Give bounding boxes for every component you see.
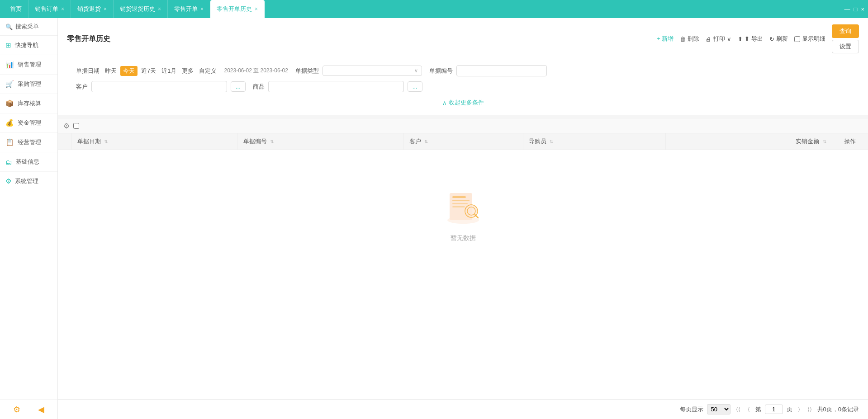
date-opt-1month[interactable]: 近1月 [160, 66, 178, 76]
th-date[interactable]: 单据日期 ⇅ [71, 133, 237, 150]
sidebar-item-system-label: 系统管理 [15, 177, 38, 185]
settings-bottom-icon[interactable]: ⚙ [13, 405, 20, 414]
sidebar-item-system[interactable]: ⚙ 系统管理 [0, 172, 57, 191]
sidebar-search[interactable]: 🔍 搜索采单 [0, 18, 57, 36]
tab-retail-label: 零售开单 [174, 5, 198, 13]
show-detail-checkbox-wrapper[interactable]: 显示明细 [794, 35, 825, 43]
sidebar-item-purchase-label: 采购管理 [18, 80, 41, 88]
page-title-row: 零售开单历史 + 新增 🗑 删除 🖨 打印 ∨ ⬆ [67, 24, 859, 53]
prev-page-btn[interactable]: ⟨ [746, 405, 752, 414]
svg-rect-5 [452, 206, 465, 207]
th-salesperson-sort[interactable]: ⇅ [550, 139, 553, 144]
sidebar-item-operations[interactable]: 📋 经营管理 [0, 133, 57, 152]
pagination-bar: 每页显示 50 20 100 ⟨⟨ ⟨ 第 页 ⟩ ⟩⟩ 共0页，0条记录 [58, 399, 868, 419]
sidebar-item-sales[interactable]: 📊 销售管理 [0, 55, 57, 75]
next-page-btn[interactable]: ⟩ [796, 405, 802, 414]
th-amount-sort[interactable]: ⇅ [823, 139, 826, 144]
sidebar-search-label: 搜索采单 [15, 23, 39, 31]
tab-sales-order[interactable]: 销售订单 × [28, 0, 71, 18]
print-icon: 🖨 [706, 36, 711, 42]
table-settings-icon[interactable]: ⚙ [63, 122, 70, 130]
sidebar-item-purchase[interactable]: 🛒 采购管理 [0, 75, 57, 94]
sidebar-item-sales-label: 销售管理 [18, 61, 41, 69]
tab-retail-close[interactable]: × [200, 6, 204, 12]
filter-type-select[interactable]: ∨ [323, 66, 422, 76]
tab-return-history[interactable]: 销货退货历史 × [114, 0, 168, 18]
filter-goods-input[interactable] [268, 81, 404, 92]
filter-customer: 客户 ... [76, 81, 246, 92]
first-page-btn[interactable]: ⟨⟨ [734, 405, 742, 414]
th-amount[interactable]: 实销金额 ⇅ [666, 133, 832, 150]
add-button[interactable]: + 新增 [657, 35, 674, 43]
select-all-checkbox[interactable] [73, 123, 79, 129]
window-maximize[interactable]: □ [854, 6, 858, 13]
tab-return-close[interactable]: × [104, 6, 107, 12]
inventory-icon: 📦 [5, 99, 14, 108]
delete-button-label: 删除 [688, 35, 699, 43]
page-input[interactable] [765, 405, 783, 414]
tab-retail[interactable]: 零售开单 × [168, 0, 210, 18]
filter-customer-ellipsis[interactable]: ... [231, 81, 246, 92]
th-customer-sort[interactable]: ⇅ [424, 139, 428, 144]
export-button[interactable]: ⬆ ⬆ 导出 [738, 35, 763, 43]
per-page-select[interactable]: 50 20 100 [707, 404, 730, 414]
sidebar-item-quicknav-label: 快捷导航 [15, 41, 38, 49]
basicinfo-icon: 🗂 [5, 158, 12, 166]
th-date-sort[interactable]: ⇅ [104, 139, 108, 144]
tab-return[interactable]: 销货退货 × [71, 0, 114, 18]
filter-number-input[interactable] [456, 65, 547, 76]
sidebar-item-finance[interactable]: 💰 资金管理 [0, 113, 57, 133]
system-icon: ⚙ [5, 177, 11, 185]
collapse-sidebar-icon[interactable]: ◀ [38, 405, 44, 414]
sidebar-bottom: ⚙ ◀ [0, 400, 57, 419]
th-salesperson-label: 导购员 [529, 138, 546, 145]
date-opt-custom[interactable]: 自定义 [197, 66, 218, 76]
print-arrow-icon: ∨ [727, 36, 731, 42]
th-number[interactable]: 单据编号 ⇅ [237, 133, 403, 150]
toolbar: + 新增 🗑 删除 🖨 打印 ∨ ⬆ ⬆ 导出 [657, 24, 859, 53]
print-button[interactable]: 🖨 打印 ∨ [706, 35, 731, 43]
sidebar-item-basicinfo-label: 基础信息 [16, 158, 39, 166]
th-checkbox [58, 133, 71, 150]
refresh-icon: ↻ [769, 36, 774, 42]
th-customer[interactable]: 客户 ⇅ [403, 133, 523, 150]
sidebar-item-basicinfo[interactable]: 🗂 基础信息 [0, 152, 57, 172]
tab-sales-order-close[interactable]: × [61, 6, 64, 12]
filter-type-arrow: ∨ [414, 68, 418, 74]
filter-customer-input[interactable] [91, 81, 227, 92]
date-opt-today[interactable]: 今天 [120, 66, 138, 76]
collapse-more-conditions[interactable]: ∧ 收起更多条件 [76, 97, 850, 110]
page-title: 零售开单历史 [67, 34, 110, 44]
tab-retail-history[interactable]: 零售开单历史 × [210, 0, 265, 18]
empty-text: 暂无数据 [451, 234, 476, 242]
date-opt-7days[interactable]: 近7天 [139, 66, 158, 76]
filter-type-label: 单据类型 [295, 67, 319, 75]
delete-button[interactable]: 🗑 删除 [680, 35, 699, 43]
table-header: 单据日期 ⇅ 单据编号 ⇅ 客户 ⇅ 导购员 ⇅ [58, 133, 868, 150]
date-opt-yesterday[interactable]: 昨天 [103, 66, 119, 76]
settings-button[interactable]: 设置 [832, 40, 859, 53]
window-close[interactable]: × [861, 6, 864, 13]
operations-icon: 📋 [5, 138, 14, 146]
date-opt-more[interactable]: 更多 [180, 66, 195, 76]
tab-return-history-close[interactable]: × [158, 6, 161, 12]
svg-rect-3 [452, 200, 470, 201]
table-body: 暂无数据 [58, 150, 868, 279]
th-date-label: 单据日期 [77, 138, 101, 145]
last-page-btn[interactable]: ⟩⟩ [806, 405, 814, 414]
tab-retail-history-label: 零售开单历史 [217, 5, 252, 13]
th-number-sort[interactable]: ⇅ [270, 139, 274, 144]
th-amount-label: 实销金额 [796, 138, 819, 145]
sidebar-item-quicknav[interactable]: ⊞ 快捷导航 [0, 36, 57, 55]
search-icon: 🔍 [5, 24, 13, 30]
table-wrapper: ⚙ 单据日期 ⇅ 单据编号 ⇅ [58, 119, 868, 399]
tab-home[interactable]: 首页 [4, 0, 28, 18]
tab-retail-history-close[interactable]: × [255, 6, 258, 12]
query-button[interactable]: 查询 [832, 24, 859, 38]
window-minimize[interactable]: — [844, 6, 850, 13]
sidebar-item-inventory[interactable]: 📦 库存核算 [0, 94, 57, 113]
refresh-button[interactable]: ↻ 刷新 [769, 35, 788, 43]
show-detail-checkbox[interactable] [794, 36, 800, 42]
th-salesperson[interactable]: 导购员 ⇅ [523, 133, 666, 150]
filter-goods-ellipsis[interactable]: ... [408, 81, 422, 92]
